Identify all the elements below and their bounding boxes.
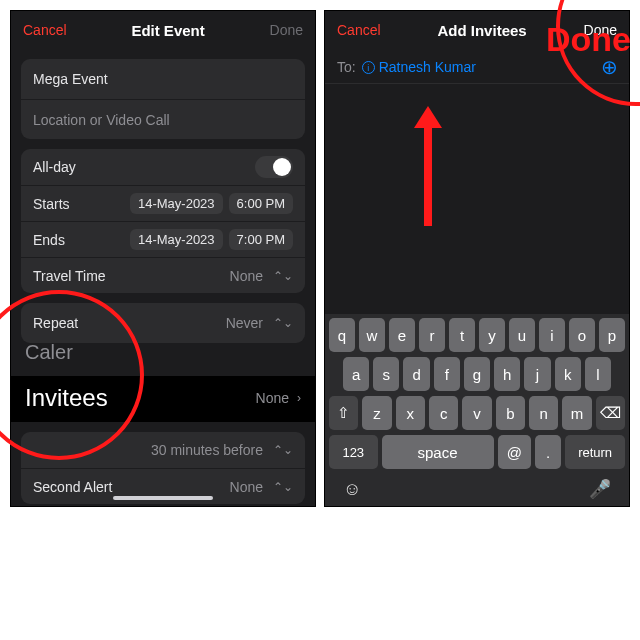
- event-title-field[interactable]: Mega Event: [21, 59, 305, 99]
- key-q[interactable]: q: [329, 318, 355, 352]
- key-w[interactable]: w: [359, 318, 385, 352]
- key-f[interactable]: f: [434, 357, 460, 391]
- key-t[interactable]: t: [449, 318, 475, 352]
- travel-time-row[interactable]: Travel Time None⌃⌄: [21, 257, 305, 293]
- invitees-row[interactable]: Invitees None ›: [11, 364, 315, 422]
- add-contact-button[interactable]: ⊕: [599, 57, 619, 77]
- key-row-3: ⇧ z x c v b n m ⌫: [329, 396, 625, 430]
- key-return[interactable]: return: [565, 435, 625, 469]
- key-row-2: a s d f g h j k l: [329, 357, 625, 391]
- allday-toggle[interactable]: [255, 156, 293, 178]
- done-button[interactable]: Done: [584, 22, 617, 38]
- ends-label: Ends: [33, 232, 65, 248]
- group-alerts: 30 minutes before⌃⌄ Second Alert None⌃⌄: [21, 432, 305, 504]
- done-button-disabled: Done: [270, 22, 303, 38]
- keyboard: q w e r t y u i o p a s d f g h j k l ⇧ …: [325, 314, 629, 506]
- key-k[interactable]: k: [555, 357, 581, 391]
- group-datetime: All-day Starts 14-May-2023 6:00 PM Ends …: [21, 149, 305, 293]
- nav-bar-right: Cancel Add Invitees Done: [325, 11, 629, 49]
- updown-icon: ⌃⌄: [273, 269, 293, 283]
- emoji-button[interactable]: ☺: [343, 479, 361, 500]
- nav-bar-left: Cancel Edit Event Done: [11, 11, 315, 49]
- key-d[interactable]: d: [403, 357, 429, 391]
- key-p[interactable]: p: [599, 318, 625, 352]
- calendar-row-cropped[interactable]: Caler: [11, 341, 315, 364]
- updown-icon: ⌃⌄: [273, 316, 293, 330]
- starts-value: 14-May-2023 6:00 PM: [130, 193, 293, 214]
- ends-time[interactable]: 7:00 PM: [229, 229, 293, 250]
- key-a[interactable]: a: [343, 357, 369, 391]
- key-backspace[interactable]: ⌫: [596, 396, 625, 430]
- key-b[interactable]: b: [496, 396, 525, 430]
- key-o[interactable]: o: [569, 318, 595, 352]
- to-field[interactable]: To: i Ratnesh Kumar: [325, 49, 629, 84]
- ends-value: 14-May-2023 7:00 PM: [130, 229, 293, 250]
- key-dot[interactable]: .: [535, 435, 561, 469]
- key-n[interactable]: n: [529, 396, 558, 430]
- key-r[interactable]: r: [419, 318, 445, 352]
- group-repeat: Repeat Never⌃⌄: [21, 303, 305, 343]
- key-123[interactable]: 123: [329, 435, 378, 469]
- key-at[interactable]: @: [498, 435, 532, 469]
- cancel-button[interactable]: Cancel: [337, 22, 381, 38]
- repeat-value: Never⌃⌄: [226, 315, 293, 331]
- updown-icon: ⌃⌄: [273, 480, 293, 494]
- key-h[interactable]: h: [494, 357, 520, 391]
- key-z[interactable]: z: [362, 396, 391, 430]
- keyboard-bottom-bar: ☺ 🎤: [329, 474, 625, 502]
- key-g[interactable]: g: [464, 357, 490, 391]
- repeat-label: Repeat: [33, 315, 78, 331]
- key-v[interactable]: v: [462, 396, 491, 430]
- info-icon: i: [362, 61, 375, 74]
- chevron-right-icon: ›: [297, 391, 301, 405]
- key-s[interactable]: s: [373, 357, 399, 391]
- key-i[interactable]: i: [539, 318, 565, 352]
- key-space[interactable]: space: [382, 435, 494, 469]
- invitees-label: Invitees: [25, 384, 108, 412]
- key-e[interactable]: e: [389, 318, 415, 352]
- key-u[interactable]: u: [509, 318, 535, 352]
- screen-add-invitees: Cancel Add Invitees Done To: i Ratnesh K…: [324, 10, 630, 507]
- ends-date[interactable]: 14-May-2023: [130, 229, 223, 250]
- repeat-row[interactable]: Repeat Never⌃⌄: [21, 303, 305, 343]
- starts-label: Starts: [33, 196, 70, 212]
- alert-row[interactable]: 30 minutes before⌃⌄: [21, 432, 305, 468]
- invitee-chip-name: Ratnesh Kumar: [379, 59, 476, 75]
- second-alert-value: None: [230, 479, 263, 495]
- event-title-value: Mega Event: [33, 71, 108, 87]
- key-m[interactable]: m: [562, 396, 591, 430]
- location-placeholder: Location or Video Call: [33, 112, 170, 128]
- key-row-1: q w e r t y u i o p: [329, 318, 625, 352]
- alert-value: 30 minutes before: [151, 442, 263, 458]
- travel-time-value: None⌃⌄: [230, 268, 293, 284]
- key-j[interactable]: j: [524, 357, 550, 391]
- key-c[interactable]: c: [429, 396, 458, 430]
- updown-icon: ⌃⌄: [273, 443, 293, 457]
- cancel-button[interactable]: Cancel: [23, 22, 67, 38]
- second-alert-label: Second Alert: [33, 479, 112, 495]
- nav-title: Edit Event: [131, 22, 204, 39]
- nav-title: Add Invitees: [437, 22, 526, 39]
- screen-edit-event: Cancel Edit Event Done Mega Event Locati…: [10, 10, 316, 507]
- home-indicator[interactable]: [113, 496, 213, 500]
- location-field[interactable]: Location or Video Call: [21, 99, 305, 139]
- group-title-location: Mega Event Location or Video Call: [21, 59, 305, 139]
- allday-row: All-day: [21, 149, 305, 185]
- key-row-4: 123 space @ . return: [329, 435, 625, 469]
- allday-label: All-day: [33, 159, 76, 175]
- invitee-chip[interactable]: i Ratnesh Kumar: [362, 59, 476, 75]
- ends-row[interactable]: Ends 14-May-2023 7:00 PM: [21, 221, 305, 257]
- to-label: To:: [337, 59, 356, 75]
- key-l[interactable]: l: [585, 357, 611, 391]
- starts-row[interactable]: Starts 14-May-2023 6:00 PM: [21, 185, 305, 221]
- starts-time[interactable]: 6:00 PM: [229, 193, 293, 214]
- dictate-button[interactable]: 🎤: [589, 478, 611, 500]
- starts-date[interactable]: 14-May-2023: [130, 193, 223, 214]
- invitees-value: None ›: [256, 390, 301, 406]
- key-shift[interactable]: ⇧: [329, 396, 358, 430]
- travel-time-label: Travel Time: [33, 268, 106, 284]
- key-x[interactable]: x: [396, 396, 425, 430]
- key-y[interactable]: y: [479, 318, 505, 352]
